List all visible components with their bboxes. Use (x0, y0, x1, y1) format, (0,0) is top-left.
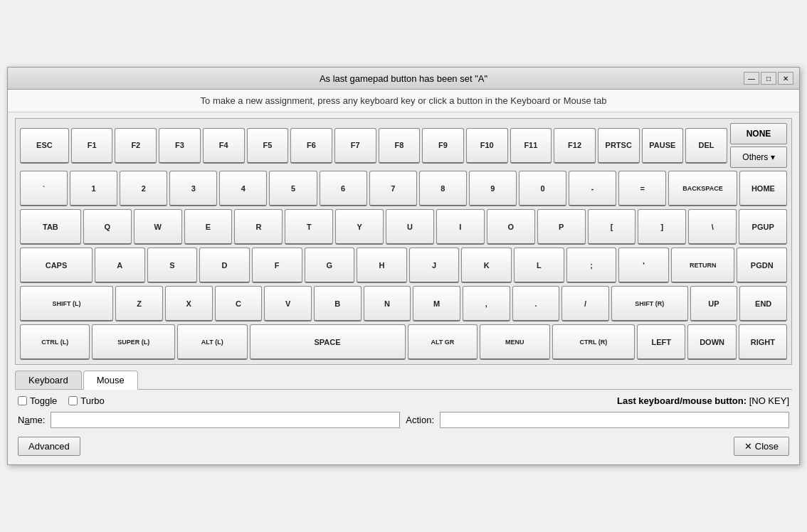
key-f5[interactable]: F5 (247, 128, 289, 164)
key-r[interactable]: R (234, 209, 283, 245)
key-pgdn[interactable]: PGDN (737, 248, 787, 283)
key-ctrl-right[interactable]: CTRL (R) (552, 324, 635, 360)
key-down[interactable]: DOWN (687, 324, 736, 360)
key-a[interactable]: A (95, 248, 145, 283)
key-u[interactable]: U (386, 209, 434, 245)
key-esc[interactable]: ESC (20, 128, 69, 164)
tab-mouse[interactable]: Mouse (83, 371, 138, 390)
key-semicolon[interactable]: ; (566, 248, 617, 283)
key-f6[interactable]: F6 (290, 128, 332, 164)
key-period[interactable]: . (512, 286, 560, 321)
key-1[interactable]: 1 (70, 171, 117, 206)
key-h[interactable]: H (357, 248, 407, 283)
key-backslash[interactable]: \ (688, 209, 737, 245)
key-s[interactable]: S (147, 248, 198, 283)
key-7[interactable]: 7 (369, 171, 417, 206)
key-lbracket[interactable]: [ (588, 209, 636, 245)
key-comma[interactable]: , (463, 286, 510, 321)
key-i[interactable]: I (436, 209, 485, 245)
key-left[interactable]: LEFT (637, 324, 685, 360)
key-prtsc[interactable]: PRTSC (598, 128, 640, 164)
key-equals[interactable]: = (618, 171, 666, 206)
key-m[interactable]: M (413, 286, 460, 321)
key-q[interactable]: Q (83, 209, 132, 245)
key-pgup[interactable]: PGUP (739, 209, 787, 245)
key-x[interactable]: X (165, 286, 213, 321)
key-ctrl-left[interactable]: CTRL (L) (20, 324, 90, 360)
key-2[interactable]: 2 (120, 171, 167, 206)
none-button[interactable]: NONE (730, 123, 787, 144)
key-super-left[interactable]: SUPER (L) (92, 324, 175, 360)
action-input[interactable] (440, 412, 789, 428)
tab-keyboard[interactable]: Keyboard (15, 371, 82, 389)
key-del[interactable]: DEL (685, 128, 727, 164)
key-space[interactable]: SPACE (250, 324, 406, 360)
key-y[interactable]: Y (335, 209, 384, 245)
key-k[interactable]: K (461, 248, 512, 283)
toggle-label[interactable]: Toggle (30, 395, 57, 406)
key-b[interactable]: B (314, 286, 362, 321)
key-backtick[interactable]: ` (20, 171, 68, 206)
key-shift-left[interactable]: SHIFT (L) (20, 286, 113, 321)
key-f9[interactable]: F9 (422, 128, 464, 164)
key-f3[interactable]: F3 (159, 128, 201, 164)
key-e[interactable]: E (184, 209, 233, 245)
key-f12[interactable]: F12 (554, 128, 596, 164)
key-f[interactable]: F (252, 248, 302, 283)
key-f7[interactable]: F7 (334, 128, 376, 164)
key-o[interactable]: O (487, 209, 535, 245)
key-f2[interactable]: F2 (115, 128, 157, 164)
toggle-checkbox[interactable] (18, 396, 27, 405)
key-menu[interactable]: MENU (480, 324, 549, 360)
turbo-label[interactable]: Turbo (80, 395, 104, 406)
key-f1[interactable]: F1 (71, 128, 113, 164)
key-alt-left[interactable]: ALT (L) (177, 324, 247, 360)
tabs-area: Keyboard Mouse (15, 371, 792, 390)
close-window-button[interactable]: ✕ (778, 72, 793, 85)
key-3[interactable]: 3 (169, 171, 217, 206)
name-input[interactable] (51, 412, 400, 428)
key-pause[interactable]: PAUSE (642, 128, 684, 164)
key-tab[interactable]: TAB (20, 209, 81, 245)
key-c[interactable]: C (215, 286, 263, 321)
key-l[interactable]: L (514, 248, 564, 283)
others-button[interactable]: Others ▾ (730, 147, 787, 168)
key-d[interactable]: D (199, 248, 250, 283)
key-v[interactable]: V (264, 286, 312, 321)
key-shift-right[interactable]: SHIFT (R) (611, 286, 688, 321)
key-5[interactable]: 5 (269, 171, 317, 206)
key-6[interactable]: 6 (320, 171, 367, 206)
key-0[interactable]: 0 (519, 171, 566, 206)
key-right[interactable]: RIGHT (739, 324, 787, 360)
minimize-button[interactable]: — (744, 72, 759, 85)
key-t[interactable]: T (285, 209, 333, 245)
key-9[interactable]: 9 (469, 171, 517, 206)
key-minus[interactable]: - (569, 171, 616, 206)
key-f11[interactable]: F11 (510, 128, 552, 164)
key-slash[interactable]: / (561, 286, 609, 321)
key-quote[interactable]: ' (618, 248, 669, 283)
key-n[interactable]: N (364, 286, 411, 321)
key-rbracket[interactable]: ] (638, 209, 686, 245)
key-return[interactable]: RETURN (671, 248, 734, 283)
advanced-button[interactable]: Advanced (18, 437, 80, 456)
key-home[interactable]: HOME (739, 171, 787, 206)
key-f4[interactable]: F4 (203, 128, 245, 164)
key-f8[interactable]: F8 (379, 128, 421, 164)
key-8[interactable]: 8 (419, 171, 467, 206)
key-j[interactable]: J (409, 248, 460, 283)
key-caps[interactable]: CAPS (20, 248, 93, 283)
key-p[interactable]: P (537, 209, 586, 245)
turbo-checkbox[interactable] (68, 396, 78, 405)
close-button[interactable]: ✕ Close (734, 437, 789, 456)
key-backspace[interactable]: BACKSPACE (668, 171, 737, 206)
key-g[interactable]: G (305, 248, 355, 283)
maximize-button[interactable]: □ (761, 72, 776, 85)
key-alt-gr[interactable]: ALT GR (408, 324, 478, 360)
key-f10[interactable]: F10 (466, 128, 508, 164)
key-4[interactable]: 4 (219, 171, 267, 206)
key-z[interactable]: Z (115, 286, 163, 321)
key-w[interactable]: W (134, 209, 182, 245)
key-end[interactable]: END (739, 286, 787, 321)
key-up[interactable]: UP (690, 286, 738, 321)
